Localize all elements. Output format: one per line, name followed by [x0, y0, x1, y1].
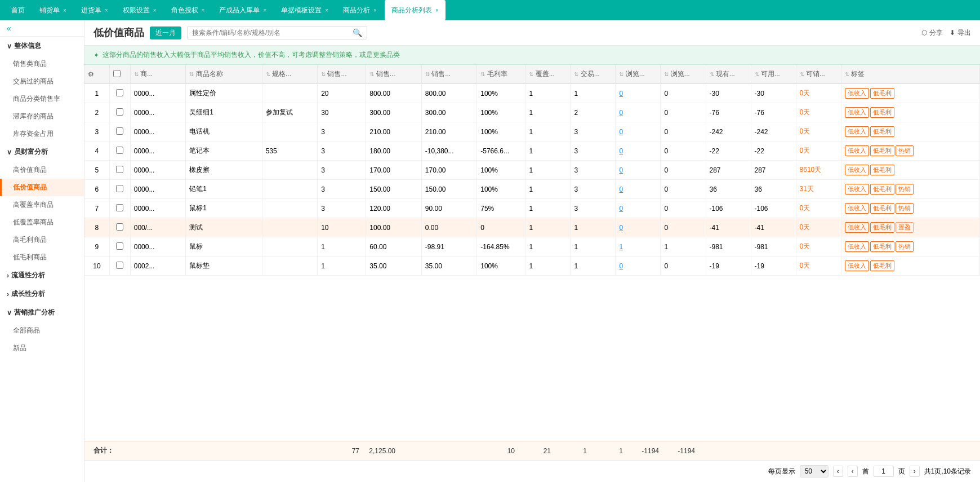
row-browse1[interactable]: 0: [616, 180, 661, 199]
search-input[interactable]: [192, 29, 353, 37]
cover-col-header[interactable]: ⇅ 覆盖...: [525, 65, 571, 84]
sidebar-item-high-margin[interactable]: 高毛利商品: [0, 231, 84, 249]
sidebar-item-slow-stock[interactable]: 滞库存的商品: [0, 108, 84, 125]
row-checkbox[interactable]: [109, 122, 130, 141]
spec-col-header[interactable]: ⇅ 规格...: [262, 65, 317, 84]
close-icon[interactable]: ×: [105, 7, 108, 14]
tags-col-header[interactable]: ⇅ 标签: [841, 65, 979, 84]
browse1-link[interactable]: 0: [619, 224, 623, 232]
row-name: 铅笔1: [186, 180, 262, 199]
prev-page-button[interactable]: ‹: [848, 466, 858, 477]
browse1-link[interactable]: 0: [619, 166, 623, 174]
name-col-header[interactable]: ⇅ 商品名称: [186, 65, 262, 84]
check-col-header[interactable]: [109, 65, 130, 84]
nav-template-settings[interactable]: 单据模板设置 ×: [274, 0, 335, 20]
page-size-select[interactable]: 50 100 200: [800, 465, 828, 477]
row-checkbox[interactable]: [109, 199, 130, 218]
row-browse1[interactable]: 0: [616, 122, 661, 141]
select-all-checkbox[interactable]: [113, 70, 121, 77]
next-page-button[interactable]: ›: [910, 466, 920, 477]
sale-qty-col-header[interactable]: ⇅ 销售...: [318, 65, 366, 84]
sidebar-item-category-sales-rate[interactable]: 商品分类销售率: [0, 90, 84, 108]
browse1-col-header[interactable]: ⇅ 浏览...: [616, 65, 661, 84]
browse1-link[interactable]: 0: [619, 147, 623, 155]
sidebar-item-traded-products[interactable]: 交易过的商品: [0, 73, 84, 90]
nav-product-warehouse[interactable]: 产成品入库单 ×: [212, 0, 273, 20]
nav-role-auth[interactable]: 角色授权 ×: [164, 0, 212, 20]
tag: 低收入: [845, 165, 869, 175]
saleable-col-header[interactable]: ⇅ 可销...: [796, 65, 841, 84]
row-checkbox[interactable]: [109, 180, 130, 199]
sidebar-item-sales-products[interactable]: 销售类商品: [0, 55, 84, 73]
nav-purchase-order[interactable]: 进货单 ×: [74, 0, 115, 20]
row-browse1[interactable]: 0: [616, 141, 661, 161]
browse1-link[interactable]: 0: [619, 262, 623, 270]
filter-recent-month-button[interactable]: 近一月: [150, 26, 181, 39]
browse2-col-header[interactable]: ⇅ 浏览...: [661, 65, 706, 84]
row-browse1[interactable]: 0: [616, 218, 661, 237]
tag: 低毛利: [870, 184, 894, 194]
sidebar-group-overall[interactable]: ∨ 整体信息: [0, 37, 84, 55]
close-icon[interactable]: ×: [325, 7, 328, 14]
row-browse1[interactable]: 0: [616, 199, 661, 218]
sidebar-item-new-products[interactable]: 新品: [0, 339, 84, 357]
table-container[interactable]: ⚙ ⇅ 商... ⇅ 商品名称 ⇅ 规格... ⇅ 销售... ⇅ 销售... …: [84, 65, 980, 441]
close-icon[interactable]: ×: [63, 7, 66, 14]
row-browse1[interactable]: 0: [616, 103, 661, 122]
row-browse1[interactable]: 1: [616, 237, 661, 257]
sidebar-collapse-button[interactable]: «: [5, 24, 14, 33]
nav-product-analysis-list[interactable]: 商品分析列表 ×: [385, 0, 446, 20]
sidebar-item-low-coverage[interactable]: 低覆盖率商品: [0, 214, 84, 231]
browse1-link[interactable]: 1: [619, 243, 623, 251]
sale-amount-col-header[interactable]: ⇅ 销售...: [421, 65, 476, 84]
row-browse1[interactable]: 0: [616, 84, 661, 103]
sidebar-item-low-margin[interactable]: 低毛利商品: [0, 249, 84, 266]
row-checkbox[interactable]: [109, 218, 130, 237]
browse1-link[interactable]: 0: [619, 128, 623, 136]
nav-permission[interactable]: 权限设置 ×: [116, 0, 163, 20]
sidebar-group-growth[interactable]: › 成长性分析: [0, 285, 84, 303]
page-number-input[interactable]: [874, 466, 894, 477]
sidebar-item-stock-capital[interactable]: 库存资金占用: [0, 125, 84, 143]
row-checkbox[interactable]: [109, 84, 130, 103]
sidebar-item-high-coverage[interactable]: 高覆盖率商品: [0, 196, 84, 214]
settings-col-header[interactable]: ⚙: [84, 65, 109, 84]
browse1-link[interactable]: 0: [619, 185, 623, 193]
close-icon[interactable]: ×: [202, 7, 205, 14]
row-sale-qty: 1: [318, 237, 366, 257]
browse1-link[interactable]: 0: [619, 109, 623, 117]
avail-col-header[interactable]: ⇅ 可用...: [751, 65, 796, 84]
browse1-link[interactable]: 0: [619, 205, 623, 213]
row-browse1[interactable]: 0: [616, 161, 661, 180]
sidebar-group-financial[interactable]: ∨ 员财富分析: [0, 143, 84, 161]
nav-product-analysis[interactable]: 商品分析 ×: [336, 0, 384, 20]
row-browse1[interactable]: 0: [616, 257, 661, 276]
gross-rate-col-header[interactable]: ⇅ 毛利率: [477, 65, 525, 84]
close-icon[interactable]: ×: [373, 7, 377, 14]
row-checkbox[interactable]: [109, 103, 130, 122]
first-page-button[interactable]: ‹: [833, 466, 843, 477]
close-icon[interactable]: ×: [153, 7, 157, 14]
row-checkbox[interactable]: [109, 141, 130, 161]
row-checkbox[interactable]: [109, 237, 130, 257]
share-button[interactable]: ⬡ 分享: [921, 28, 943, 38]
sidebar-item-all-products[interactable]: 全部商品: [0, 322, 84, 339]
sidebar-item-low-value[interactable]: 低价值商品: [0, 179, 84, 196]
export-button[interactable]: ⬇ 导出: [950, 28, 971, 38]
nav-home[interactable]: 首页: [5, 0, 32, 20]
sale-price-col-header[interactable]: ⇅ 销售...: [366, 65, 421, 84]
browse1-link[interactable]: 0: [619, 90, 623, 98]
code-col-header[interactable]: ⇅ 商...: [130, 65, 185, 84]
sidebar-item-high-value[interactable]: 高价值商品: [0, 161, 84, 179]
close-icon[interactable]: ×: [263, 7, 266, 14]
sidebar-group-circulation[interactable]: › 流通性分析: [0, 266, 84, 285]
sidebar-group-marketing[interactable]: ∨ 营销推广分析: [0, 303, 84, 322]
nav-sales-order[interactable]: 销货单 ×: [33, 0, 73, 20]
trans-col-header[interactable]: ⇅ 交易...: [571, 65, 616, 84]
stock-col-header[interactable]: ⇅ 现有...: [706, 65, 751, 84]
row-checkbox[interactable]: [109, 257, 130, 276]
row-checkbox[interactable]: [109, 161, 130, 180]
close-icon[interactable]: ×: [435, 7, 439, 14]
search-icon[interactable]: 🔍: [353, 28, 362, 37]
row-sale-price: 60.00: [366, 237, 421, 257]
